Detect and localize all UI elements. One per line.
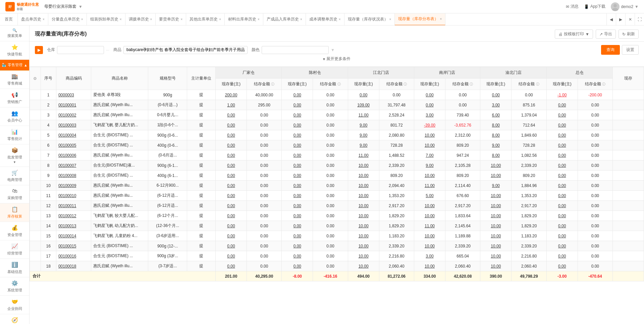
color-input[interactable] <box>262 46 329 54</box>
td-jb-stock[interactable]: 11.00 <box>348 150 379 160</box>
td-tot-stock[interactable]: 0.00 <box>546 160 578 171</box>
sidebar-item-system[interactable]: ⚙️ 系统管理 <box>0 277 29 296</box>
td-fac-stock[interactable]: 0.00 <box>216 160 247 171</box>
td-code[interactable]: 00100003 <box>56 120 91 130</box>
tab-item-4[interactable]: 调拨单历史 × <box>125 13 156 26</box>
td-ct-stock[interactable]: 0.00 <box>282 221 313 231</box>
td-code[interactable]: 00100012 <box>56 211 91 221</box>
td-ct-stock[interactable]: 0.00 <box>282 231 313 241</box>
industry-select[interactable]: 母婴行业演示陈套 <box>44 4 76 9</box>
td-ct-stock[interactable]: 0.00 <box>282 261 313 271</box>
td-jb-stock[interactable]: 109.00 <box>348 100 379 110</box>
td-expand[interactable] <box>30 261 41 271</box>
sidebar-item-retail-mall[interactable]: 🏬 零售商城 <box>0 71 29 89</box>
td-yb-stock[interactable]: 10.00 <box>480 171 512 181</box>
td-na-stock[interactable]: 10.00 <box>414 241 445 251</box>
td-yb-stock[interactable]: 10.00 <box>480 211 512 221</box>
td-na-stock[interactable]: 10.00 <box>414 171 445 181</box>
td-expand[interactable] <box>30 110 41 120</box>
td-expand[interactable] <box>30 201 41 211</box>
td-tot-stock[interactable]: 0.00 <box>546 171 578 181</box>
goods-input[interactable] <box>123 46 248 54</box>
tab-close-5[interactable]: × <box>180 17 182 21</box>
td-na-stock[interactable]: -39.00 <box>414 120 445 130</box>
td-fac-stock[interactable]: 0.00 <box>216 171 247 181</box>
td-ct-stock[interactable]: 0.00 <box>282 150 313 160</box>
tab-nav-close[interactable]: ✕ <box>625 13 635 26</box>
tab-close-2[interactable]: × <box>81 17 83 21</box>
td-na-stock[interactable]: 5.00 <box>414 191 445 201</box>
sidebar-item-marketing[interactable]: 📢 营销推广 <box>0 89 29 107</box>
info-icon-2[interactable]: ⓘ <box>337 82 341 86</box>
tab-nav-left[interactable]: ◀ <box>606 13 616 26</box>
td-tot-stock[interactable]: 0.00 <box>546 221 578 231</box>
info-icon-6[interactable]: ⓘ <box>602 82 605 86</box>
warehouse-input[interactable] <box>57 46 104 54</box>
td-tot-stock[interactable]: -1.00 <box>546 90 578 100</box>
print-btn[interactable]: 🖨 按模板打印 ▼ <box>555 30 593 39</box>
td-yb-stock[interactable]: 10.00 <box>480 201 512 211</box>
td-expand[interactable] <box>30 221 41 231</box>
td-yb-stock[interactable]: 10.00 <box>480 191 512 201</box>
refresh-btn[interactable]: ↻ 刷新 <box>619 30 639 39</box>
tab-home[interactable]: 首页 <box>0 13 18 25</box>
td-expand[interactable] <box>30 150 41 160</box>
message-btn[interactable]: ✉ 消息 <box>566 4 579 9</box>
sidebar-item-wholesale[interactable]: 📦 批发管理 ▼ <box>0 144 29 167</box>
td-yb-stock[interactable]: 10.00 <box>480 231 512 241</box>
td-expand[interactable] <box>30 130 41 140</box>
td-ct-stock[interactable]: 0.00 <box>282 130 313 140</box>
tab-item-2[interactable]: 分量盘点单历史 × <box>48 13 87 26</box>
td-na-stock[interactable]: 10.00 <box>414 201 445 211</box>
td-yb-stock[interactable]: 10.00 <box>480 251 512 261</box>
td-na-stock[interactable]: 10.00 <box>414 140 445 150</box>
sidebar-item-ecommerce[interactable]: 🛒 电商管理 <box>0 167 29 185</box>
td-fac-stock[interactable]: 0.00 <box>216 181 247 191</box>
td-fac-stock[interactable]: 0.00 <box>216 130 247 140</box>
industry-dropdown-icon[interactable]: ▼ <box>78 4 83 9</box>
td-yb-stock[interactable]: 8.00 <box>480 120 512 130</box>
td-code[interactable]: 00100015 <box>56 241 91 251</box>
tab-item-5[interactable]: 要货单历史 × <box>156 13 186 26</box>
td-fac-stock[interactable]: 0.00 <box>216 211 247 221</box>
td-jb-stock[interactable]: 0.00 <box>348 90 379 100</box>
td-na-stock[interactable]: 11.00 <box>414 221 445 231</box>
td-ct-stock[interactable]: 0.00 <box>282 181 313 191</box>
td-ct-stock[interactable]: 0.00 <box>282 100 313 110</box>
setting-btn[interactable]: 设置 <box>622 45 639 55</box>
tab-close-1[interactable]: × <box>43 17 45 21</box>
td-na-stock[interactable]: 11.00 <box>414 181 445 191</box>
td-ct-stock[interactable]: 0.00 <box>282 110 313 120</box>
td-code[interactable]: 00100016 <box>56 251 91 261</box>
tab-item-10[interactable]: 现存量（库存状况表） × <box>344 13 395 26</box>
sidebar-item-retail-stats[interactable]: 📊 零售统计 <box>0 126 29 144</box>
info-icon-5[interactable]: ⓘ <box>536 82 539 86</box>
tab-item-11[interactable]: 现存量（库存分布表） × <box>395 13 445 26</box>
td-ct-stock[interactable]: 0.00 <box>282 201 313 211</box>
td-jb-stock[interactable]: 9.00 <box>348 140 379 150</box>
td-code[interactable]: 00100004 <box>56 130 91 140</box>
query-btn[interactable]: 查询 <box>601 45 620 55</box>
td-tot-stock[interactable]: 0.00 <box>546 140 578 150</box>
td-expand[interactable] <box>30 171 41 181</box>
td-tot-stock[interactable]: 0.00 <box>546 130 578 140</box>
sidebar-item-member[interactable]: 👥 会员中心 <box>0 107 29 126</box>
td-yb-stock[interactable]: 10.00 <box>480 241 512 251</box>
td-fac-stock[interactable]: 0.00 <box>216 110 247 120</box>
tab-close-10[interactable]: × <box>389 17 391 21</box>
td-jb-stock[interactable]: 10.00 <box>348 251 379 261</box>
td-tot-stock[interactable]: 0.00 <box>546 191 578 201</box>
td-code[interactable]: 00100008 <box>56 171 91 181</box>
td-tot-stock[interactable]: 0.00 <box>546 201 578 211</box>
td-code[interactable]: 00100018 <box>56 261 91 271</box>
tab-close-3[interactable]: × <box>120 17 122 21</box>
user-area[interactable]: demo2 ▼ <box>611 2 639 11</box>
th-gear[interactable]: ⚙ <box>30 67 41 90</box>
td-expand[interactable] <box>30 181 41 191</box>
td-ct-stock[interactable]: 0.00 <box>282 160 313 171</box>
td-na-stock[interactable]: 3.00 <box>414 110 445 120</box>
sidebar-item-purchase[interactable]: 🛍 采购管理 <box>0 185 29 203</box>
td-jb-stock[interactable]: 11.00 <box>348 110 379 120</box>
td-fac-stock[interactable]: 0.00 <box>216 140 247 150</box>
td-fac-stock[interactable]: 1.00 <box>216 100 247 110</box>
